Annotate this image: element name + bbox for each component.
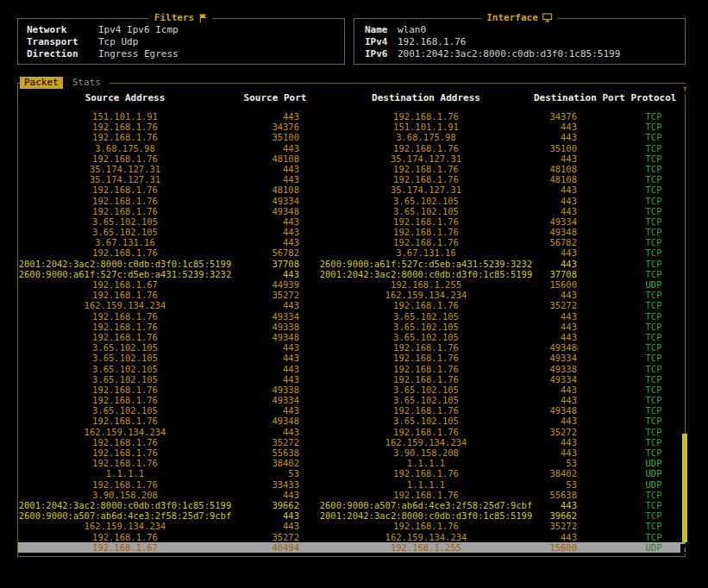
interface-name-label: Name <box>365 24 398 36</box>
packet-row[interactable]: 3.65.102.105443192.168.1.7649348TCP <box>18 227 685 237</box>
packet-row[interactable]: 192.168.1.7634376151.101.1.91443TCP <box>18 122 685 132</box>
destination-address-cell: 192.168.1.76 <box>318 468 534 479</box>
packet-row[interactable]: 151.101.1.91443192.168.1.7634376TCP <box>18 111 685 122</box>
packet-row[interactable]: 192.168.1.6744939192.168.1.25515600UDP <box>18 279 685 290</box>
source-port-cell: 443 <box>232 216 318 227</box>
packet-row[interactable]: 192.168.1.7635272162.159.134.234443TCP <box>18 290 685 300</box>
monitor-icon <box>542 13 553 22</box>
source-port-cell: 35272 <box>232 290 318 300</box>
source-address-cell: 192.168.1.76 <box>18 437 232 447</box>
destination-port-cell: 49348 <box>534 227 624 237</box>
destination-address-cell: 192.168.1.76 <box>318 342 534 353</box>
packet-row[interactable]: 192.168.1.76334331.1.1.153UDP <box>18 479 685 490</box>
source-address-cell: 192.168.1.76 <box>18 311 232 322</box>
source-address-cell: 192.168.1.76 <box>18 290 232 300</box>
packet-row[interactable]: 192.168.1.764810835.174.127.31443TCP <box>18 153 685 164</box>
packet-row[interactable]: 35.174.127.31443192.168.1.7648108TCP <box>18 164 685 174</box>
destination-address-cell: 2001:2042:3ac2:8000:c0db:d3f0:1c85:5199 <box>318 510 534 521</box>
packet-row[interactable]: 3.67.131.16443192.168.1.7656782TCP <box>18 237 685 247</box>
packet-row[interactable]: 192.168.1.76493383.65.102.105443TCP <box>18 385 685 395</box>
destination-address-cell: 192.168.1.76 <box>318 237 534 247</box>
packet-row[interactable]: 192.168.1.7635272162.159.134.234443TCP <box>18 532 685 542</box>
packet-row[interactable]: 2600:9000:a507:ab6d:4ce3:2f58:25d7:9cbf4… <box>18 510 685 521</box>
packet-row[interactable]: 192.168.1.76567823.67.131.16443TCP <box>18 247 685 258</box>
destination-port-cell: 443 <box>534 290 624 300</box>
packet-row[interactable]: 192.168.1.76493343.65.102.105443TCP <box>18 395 685 405</box>
filter-row-transport: Transport Tcp Udp <box>27 36 344 48</box>
interface-ipv4-value: 192.168.1.76 <box>398 36 466 48</box>
destination-port-cell: 38402 <box>534 468 624 479</box>
filter-network-value[interactable]: Ipv4 Ipv6 Icmp <box>98 24 179 36</box>
packet-row[interactable]: 3.65.102.105443192.168.1.7649338TCP <box>18 364 685 374</box>
packet-row[interactable]: 192.168.1.76493483.65.102.105443TCP <box>18 332 685 342</box>
packet-row[interactable]: 2001:2042:3ac2:8000:c0db:d3f0:1c85:51993… <box>18 259 685 269</box>
scrollbar-thumb[interactable] <box>682 434 687 542</box>
filter-row-direction: Direction Ingress Egress <box>27 48 344 60</box>
source-port-cell: 48108 <box>232 153 318 164</box>
source-port-cell: 56782 <box>232 247 318 258</box>
source-address-cell: 192.168.1.76 <box>18 479 232 490</box>
destination-port-cell: 35100 <box>534 143 624 153</box>
destination-address-cell: 3.65.102.105 <box>318 322 534 332</box>
packet-row[interactable]: 192.168.1.76351003.68.175.98443TCP <box>18 132 685 142</box>
packet-row[interactable]: 192.168.1.764810835.174.127.31443TCP <box>18 185 685 195</box>
packet-row[interactable]: 2001:2042:3ac2:8000:c0db:d3f0:1c85:51993… <box>18 500 685 510</box>
destination-address-cell: 192.168.1.76 <box>318 521 534 531</box>
filter-direction-value[interactable]: Ingress Egress <box>98 48 179 60</box>
packet-row[interactable]: 3.68.175.98443192.168.1.7635100TCP <box>18 143 685 153</box>
source-port-cell: 53 <box>232 468 318 479</box>
packet-row[interactable]: 3.65.102.105443192.168.1.7649334TCP <box>18 216 685 227</box>
packet-row[interactable]: 3.65.102.105443192.168.1.7649348TCP <box>18 405 685 416</box>
source-address-cell: 3.65.102.105 <box>18 405 232 416</box>
source-address-cell: 162.159.134.234 <box>18 300 232 310</box>
packet-row[interactable]: 192.168.1.76493343.65.102.105443TCP <box>18 196 685 206</box>
protocol-cell: TCP <box>624 416 683 426</box>
tab-packet[interactable]: Packet <box>20 77 63 89</box>
source-port-cell: 49334 <box>232 395 318 405</box>
packet-row[interactable]: 192.168.1.76493343.65.102.105443TCP <box>18 311 685 322</box>
packet-row[interactable]: 162.159.134.234443192.168.1.7635272TCP <box>18 427 685 437</box>
packet-row[interactable]: 192.168.1.7635272162.159.134.234443TCP <box>18 437 685 447</box>
source-port-cell: 37708 <box>232 259 318 269</box>
packet-row[interactable]: 3.65.102.105443192.168.1.7649334TCP <box>18 374 685 385</box>
packet-row[interactable]: 1.1.1.153192.168.1.7638402UDP <box>18 468 685 479</box>
source-address-cell: 192.168.1.76 <box>18 532 232 542</box>
source-address-cell: 192.168.1.76 <box>18 132 232 142</box>
packet-row[interactable]: 192.168.1.76556383.90.158.208443TCP <box>18 447 685 458</box>
protocol-cell: TCP <box>624 164 683 174</box>
destination-address-cell: 3.65.102.105 <box>318 311 534 322</box>
packet-row[interactable]: 192.168.1.76493483.65.102.105443TCP <box>18 206 685 216</box>
source-port-cell: 443 <box>232 111 318 122</box>
scroll-down-icon[interactable]: ↓ <box>680 544 689 554</box>
packet-row[interactable]: 192.168.1.76384021.1.1.153UDP <box>18 458 685 468</box>
protocol-cell: TCP <box>624 185 683 195</box>
source-address-cell: 192.168.1.76 <box>18 247 232 258</box>
packet-row[interactable]: 192.168.1.76493483.65.102.105443TCP <box>18 416 685 426</box>
destination-address-cell: 3.65.102.105 <box>318 196 534 206</box>
packet-row[interactable]: 3.90.158.208443192.168.1.7655638TCP <box>18 490 685 500</box>
interface-ipv6-label: IPv6 <box>365 48 398 60</box>
scroll-up-icon[interactable]: ↑ <box>680 84 689 94</box>
packet-row[interactable]: 192.168.1.6740494192.168.1.25515600UDP <box>18 542 685 553</box>
destination-port-cell: 39662 <box>534 510 624 521</box>
destination-address-cell: 3.90.158.208 <box>318 447 534 458</box>
protocol-cell: UDP <box>624 542 683 553</box>
packet-row[interactable]: 2600:9000:a61f:527c:d5eb:a431:5239:32324… <box>18 269 685 279</box>
protocol-cell: TCP <box>624 490 683 500</box>
source-port-cell: 49334 <box>232 196 318 206</box>
packet-row[interactable]: 162.159.134.234443192.168.1.7635272TCP <box>18 521 685 531</box>
packet-row[interactable]: 35.174.127.31443192.168.1.7648108TCP <box>18 174 685 185</box>
destination-address-cell: 2600:9000:a61f:527c:d5eb:a431:5239:3232 <box>318 259 534 269</box>
column-header-protocol: Protocol <box>624 92 683 104</box>
tab-stats[interactable]: Stats <box>68 77 105 89</box>
packet-row[interactable]: 3.65.102.105443192.168.1.7649348TCP <box>18 342 685 353</box>
source-port-cell: 443 <box>232 227 318 237</box>
packet-row[interactable]: 192.168.1.76493383.65.102.105443TCP <box>18 322 685 332</box>
source-address-cell: 192.168.1.76 <box>18 122 232 132</box>
destination-address-cell: 192.168.1.255 <box>318 279 534 290</box>
packet-row[interactable]: 162.159.134.234443192.168.1.7635272TCP <box>18 300 685 310</box>
packet-row[interactable]: 3.65.102.105443192.168.1.7649334TCP <box>18 353 685 363</box>
destination-port-cell: 443 <box>534 322 624 332</box>
filter-transport-value[interactable]: Tcp Udp <box>98 36 138 48</box>
protocol-cell: TCP <box>624 500 683 510</box>
